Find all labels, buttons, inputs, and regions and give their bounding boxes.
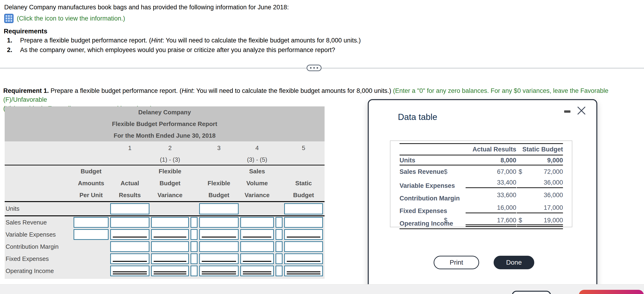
data-table-dialog: Data table Actual Results Static Budget … — [368, 99, 597, 290]
dollar-sign: $ — [444, 217, 448, 224]
input-variable-expenses-flexible-budget[interactable] — [199, 229, 239, 240]
input-sales-revenue-static-budget[interactable] — [284, 217, 323, 228]
report-title: Flexible Budget Performance Report — [5, 118, 324, 130]
input-sales-revenue-svv-fu[interactable] — [276, 217, 282, 228]
minimize-icon[interactable] — [564, 110, 570, 113]
report-column-numbers-band: 1 2 3 4 5 (1) - (3) (3) - (5) — [5, 141, 324, 165]
input-contribution-margin-flexible-budget-variance[interactable] — [151, 241, 189, 252]
input-sales-revenue-fbv-fu[interactable] — [190, 217, 198, 228]
input-sales-revenue-flexible-budget[interactable] — [199, 217, 239, 228]
input-operating-income-flexible-budget[interactable] — [199, 266, 239, 276]
close-icon[interactable] — [576, 105, 587, 116]
input-contribution-margin-svv-fu[interactable] — [276, 241, 282, 252]
input-fixed-expenses-static-budget[interactable] — [284, 253, 323, 264]
header-sales: Sales — [240, 168, 274, 175]
intro-text: Delaney Company manufactures book bags a… — [4, 4, 289, 11]
input-operating-income-svv-fu[interactable] — [276, 266, 282, 276]
report-period: For the Month Ended June 30, 2018 — [5, 130, 324, 141]
header-budget2: Budget — [151, 180, 189, 187]
input-operating-income-sales-volume-variance[interactable] — [240, 266, 274, 276]
units-flexible-budget-field[interactable] — [200, 204, 238, 214]
input-variable-expenses-static-budget[interactable] — [284, 229, 323, 240]
input-sales-revenue-sales-volume-variance[interactable] — [240, 217, 274, 228]
col-number-3: 3 — [199, 144, 239, 152]
input-contribution-margin-fbv-fu[interactable] — [190, 241, 198, 252]
input-variable-expenses-budget-per-unit[interactable] — [74, 229, 108, 240]
done-button[interactable]: Done — [494, 256, 534, 269]
input-units-actual-results[interactable] — [110, 203, 150, 214]
units-actual-results-field[interactable] — [111, 204, 149, 214]
data-row-units: Units 8,000 9,000 — [400, 155, 563, 165]
input-fixed-expenses-flexible-budget[interactable] — [199, 253, 239, 264]
row-label-contribution-margin: Contribution Margin — [5, 243, 72, 250]
header-per-unit: Per Unit — [74, 192, 108, 199]
dollar-sign: $ — [444, 168, 448, 175]
view-information-row: (Click the icon to view the information.… — [4, 13, 125, 23]
header-variance2: Variance — [240, 192, 274, 199]
section-divider — [0, 68, 644, 68]
input-variable-expenses-fbv-fu[interactable] — [190, 229, 198, 240]
header-static: Static — [284, 180, 323, 187]
requirements-heading: Requirements — [4, 27, 48, 35]
input-operating-income-static-budget[interactable] — [284, 266, 323, 276]
input-operating-income-actual-results[interactable] — [110, 266, 150, 276]
header-actual: Actual — [110, 180, 150, 187]
input-contribution-margin-actual-results[interactable] — [110, 241, 150, 252]
input-fixed-expenses-fbv-fu[interactable] — [190, 253, 198, 264]
data-row-operating-income: Operating Income $ 17,600 $ 19,000 — [400, 216, 563, 229]
header-flexible: Flexible — [151, 168, 189, 175]
requirement-1-number: 1. — [7, 37, 12, 44]
input-fixed-expenses-sales-volume-variance[interactable] — [240, 253, 274, 264]
row-label-units: Units — [5, 205, 72, 212]
input-contribution-margin-sales-volume-variance[interactable] — [240, 241, 274, 252]
input-fixed-expenses-actual-results[interactable] — [110, 253, 150, 264]
header-budget3: Budget — [199, 192, 239, 199]
input-sales-revenue-flexible-budget-variance[interactable] — [151, 217, 189, 228]
row-label-fixed-expenses: Fixed Expenses — [5, 255, 72, 263]
input-variable-expenses-actual-results[interactable] — [110, 229, 150, 240]
ellipsis-icon[interactable] — [306, 65, 322, 71]
column-actual-results: Actual Results — [444, 146, 516, 153]
data-table-panel: Actual Results Static Budget Units 8,000… — [390, 140, 572, 227]
formula-sales-volume-variance: (3) - (5) — [240, 156, 274, 163]
data-row-fixed-expenses: Fixed Expenses 16,000 17,000 — [400, 203, 563, 216]
input-units-flexible-budget[interactable] — [199, 203, 239, 214]
view-information-link[interactable]: (Click the icon to view the information.… — [17, 15, 125, 22]
col-number-4: 4 — [240, 144, 274, 152]
row-label-sales-revenue: Sales Revenue — [5, 219, 72, 226]
data-row-sales-revenue: Sales Revenue $ 67,000 $ 72,000 — [400, 165, 563, 178]
requirement-2-number: 2. — [7, 46, 12, 54]
table-grid-icon[interactable] — [4, 14, 14, 23]
data-table: Actual Results Static Budget Units 8,000… — [400, 143, 563, 229]
col-number-5: 5 — [284, 144, 323, 152]
input-operating-income-fbv-fu[interactable] — [190, 266, 198, 276]
data-row-contribution-margin: Contribution Margin 33,600 36,000 — [400, 191, 563, 203]
header-budget4: Budget — [284, 192, 323, 199]
input-fixed-expenses-flexible-budget-variance[interactable] — [151, 253, 189, 264]
print-button[interactable]: Print — [434, 256, 479, 269]
input-units-static-budget[interactable] — [284, 203, 323, 214]
header-budget: Budget — [74, 168, 108, 175]
input-sales-revenue-budget-per-unit[interactable] — [74, 217, 108, 228]
table-row-sales-revenue: Sales Revenue — [5, 216, 324, 229]
input-operating-income-flexible-budget-variance[interactable] — [151, 266, 189, 276]
input-contribution-margin-static-budget[interactable] — [284, 241, 323, 252]
cutoff-pink-button[interactable] — [579, 290, 644, 294]
table-row-contribution-margin: Contribution Margin — [5, 241, 324, 253]
cutoff-outline-button[interactable] — [512, 291, 551, 294]
table-row-fixed-expenses: Fixed Expenses — [5, 253, 324, 265]
dollar-sign: $ — [518, 168, 522, 175]
input-contribution-margin-flexible-budget[interactable] — [199, 241, 239, 252]
input-fixed-expenses-svv-fu[interactable] — [276, 253, 282, 264]
row-label-operating-income: Operating Income — [5, 268, 72, 275]
input-variable-expenses-flexible-budget-variance[interactable] — [151, 229, 189, 240]
dollar-sign: $ — [518, 217, 522, 224]
input-sales-revenue-actual-results[interactable] — [110, 217, 150, 228]
input-variable-expenses-svv-fu[interactable] — [276, 229, 282, 240]
units-static-budget-field[interactable] — [285, 204, 322, 214]
data-row-variable-expenses: Variable Expenses 33,400 36,000 — [400, 178, 563, 191]
col-number-1: 1 — [110, 144, 150, 152]
data-table-header: Actual Results Static Budget — [400, 144, 563, 155]
flexible-budget-report-table: Delaney Company Flexible Budget Performa… — [5, 106, 324, 279]
input-variable-expenses-sales-volume-variance[interactable] — [240, 229, 274, 240]
